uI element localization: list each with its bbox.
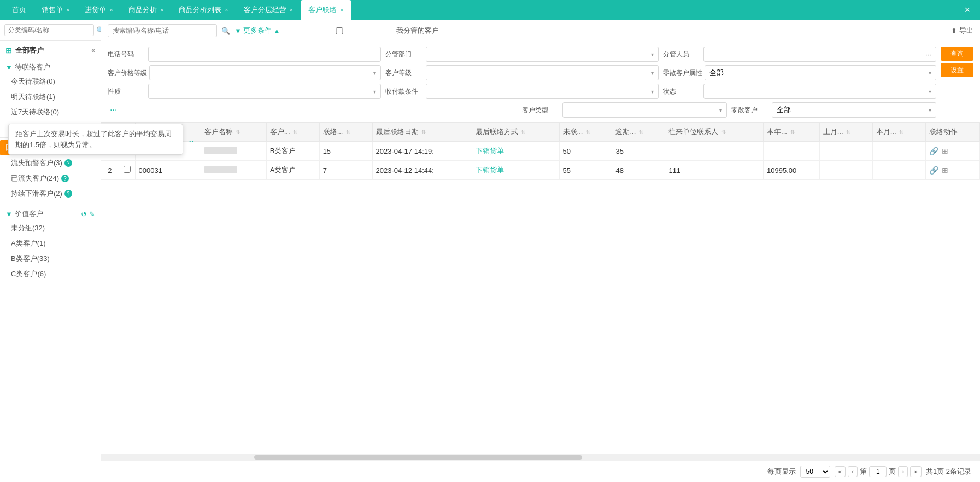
contacts-unit-col-header[interactable]: 往来单位联系人 ⇅ [665,123,764,142]
sidebar-item-c-class[interactable]: C类客户(6) [0,266,101,282]
phone-input[interactable] [148,47,381,62]
sidebar-item-a-class[interactable]: A类客户(1) [0,236,101,251]
phone-label: 电话号码 [108,50,146,59]
export-button[interactable]: ⬆ 导出 [951,26,973,36]
sidebar-item-churn-warning[interactable]: 流失预警客户(3) ? [0,155,101,171]
grid-icon[interactable]: ⊞ [942,166,948,175]
info-icon[interactable]: ? [64,159,72,167]
page-navigation: « ‹ 第 页 › » [835,466,922,477]
edit-icon[interactable]: ✎ [89,210,95,218]
chevron-down-icon: ▲ [273,27,280,35]
sidebar-item-tomorrow[interactable]: 明天待联络(1) [0,89,101,104]
per-page-select[interactable]: 50 100 200 [800,466,830,478]
row-checkbox[interactable] [124,166,131,173]
filter-row-1: 电话号码 分管部门 ▾ 分管人员 ··· [108,47,936,62]
horizontal-scrollbar[interactable] [101,454,980,461]
nav-home[interactable]: 首页 [4,0,34,20]
last-page-button[interactable]: » [910,466,922,477]
export-icon: ⬆ [951,27,957,35]
customer-table: ⚙ 客户编码 ⇅ 客户名称 ⇅ 客户... ⇅ [101,123,980,180]
link-icon[interactable]: 🔗 [929,166,938,175]
search-icon[interactable]: 🔍 [96,26,101,34]
chevron-down-icon: ▾ [373,70,376,76]
prev-page-button[interactable]: ‹ [848,466,858,477]
settings-button[interactable]: 设置 [941,63,973,77]
row-last-contact-method[interactable]: 下销货单 [472,142,559,161]
my-customers-checkbox[interactable]: 我分管的客户 [285,26,439,36]
sidebar-item-b-class[interactable]: B类客户(33) [0,251,101,266]
main-layout: 🔍 ⊞ 全部客户 « ▼ 待联络客户 今天待联络(0) 明天待联络(1) 近 [0,20,980,482]
customer-type-select[interactable]: ▾ [562,102,727,118]
row-last-contact-method[interactable]: 下销货单 [472,161,559,180]
sidebar-item-declining[interactable]: 持续下滑客户(2) ? [0,186,101,201]
sidebar-item-today[interactable]: 今天待联络(0) [0,74,101,89]
info-icon[interactable]: ? [61,175,69,182]
phone-field: 电话号码 [108,47,381,62]
price-level-field: 客户价格等级 ▾ [108,65,381,80]
search-input[interactable] [108,24,217,37]
scrollbar-thumb[interactable] [254,455,582,460]
my-customers-check[interactable] [285,27,394,34]
manager-select[interactable]: ··· [703,47,936,62]
department-select[interactable]: ▾ [426,47,659,62]
info-icon[interactable]: ? [64,190,72,198]
retail-customer-select[interactable]: 全部 ▾ [772,102,936,118]
nav-customer-contact[interactable]: 客户联络 × [301,0,351,20]
nav-purchase[interactable]: 进货单 × [77,0,120,20]
overdue-col-header[interactable]: 逾期... ⇅ [612,123,665,142]
all-customers-header[interactable]: ⊞ 全部客户 « [0,41,101,60]
this-month-col-header[interactable]: 本月... ⇅ [872,123,925,142]
next-page-button[interactable]: › [898,466,908,477]
per-page-label: 每页显示 [767,467,796,477]
category-search-input[interactable] [4,24,94,36]
more-options-dots[interactable]: ··· [108,105,119,115]
payment-select[interactable]: ▾ [426,84,659,99]
refresh-icon[interactable]: ↺ [81,210,87,218]
customer-level-select[interactable]: ▾ [426,65,659,80]
page-number-input[interactable] [869,466,887,477]
this-year-col-header[interactable]: 本年... ⇅ [764,123,820,142]
sidebar-item-ungrouped[interactable]: 未分组(32) [0,220,101,236]
row-code: 000031 [135,161,201,180]
close-icon[interactable]: × [109,7,113,13]
category-col-header[interactable]: 客户... ⇅ [266,123,319,142]
row-category: B类客户 [266,142,319,161]
search-icon[interactable]: 🔍 [221,27,230,35]
more-conditions-button[interactable]: ▼ 更多条件 ▲ [234,26,280,36]
sidebar-item-churned[interactable]: 已流失客户(24) ? [0,171,101,186]
contact-col-header[interactable]: 联络... ⇅ [319,123,372,142]
first-page-button[interactable]: « [835,466,846,477]
sidebar-search-area: 🔍 [0,20,101,41]
name-col-header[interactable]: 客户名称 ⇅ [201,123,266,142]
nav-product-analysis[interactable]: 商品分析 × [121,0,171,20]
sidebar-item-7days[interactable]: 近7天待联络(0) [0,104,101,120]
nav-sales[interactable]: 销售单 × [34,0,77,20]
row-checkbox-cell[interactable] [119,161,135,180]
close-icon[interactable]: × [225,7,228,13]
chevron-down-icon: ▾ [719,107,722,113]
link-icon[interactable]: 🔗 [929,147,938,155]
close-icon[interactable]: × [290,7,293,13]
gender-field: 性质 ▾ [108,84,381,99]
unreached-col-header[interactable]: 未联... ⇅ [559,123,612,142]
close-icon[interactable]: × [160,7,163,13]
nav-product-list[interactable]: 商品分析列表 × [171,0,236,20]
more-dots[interactable]: ··· [925,50,931,59]
last-contact-date-col-header[interactable]: 最后联络日期 ⇅ [372,123,472,142]
window-close-button[interactable]: × [959,4,976,16]
close-icon[interactable]: × [66,7,69,13]
price-level-select[interactable]: ▾ [149,65,381,80]
sidebar-content: ⊞ 全部客户 « ▼ 待联络客户 今天待联络(0) 明天待联络(1) 近7天待联… [0,41,101,482]
query-button[interactable]: 查询 [941,47,973,61]
retail-attr-select[interactable]: 全部 ▾ [705,65,936,80]
grid-icon[interactable]: ⊞ [942,147,948,155]
blurred-name [204,147,237,154]
gender-select[interactable]: ▾ [148,84,381,99]
last-contact-method-col-header[interactable]: 最后联络方式 ⇅ [472,123,559,142]
nav-customer-segment[interactable]: 客户分层经营 × [236,0,301,20]
status-select[interactable]: ▾ [703,84,936,99]
retail-attr-field: 零散客户属性 全部 ▾ [663,65,936,80]
close-icon[interactable]: × [340,7,343,13]
collapse-icon[interactable]: « [91,47,95,54]
last-month-col-header[interactable]: 上月... ⇅ [819,123,872,142]
